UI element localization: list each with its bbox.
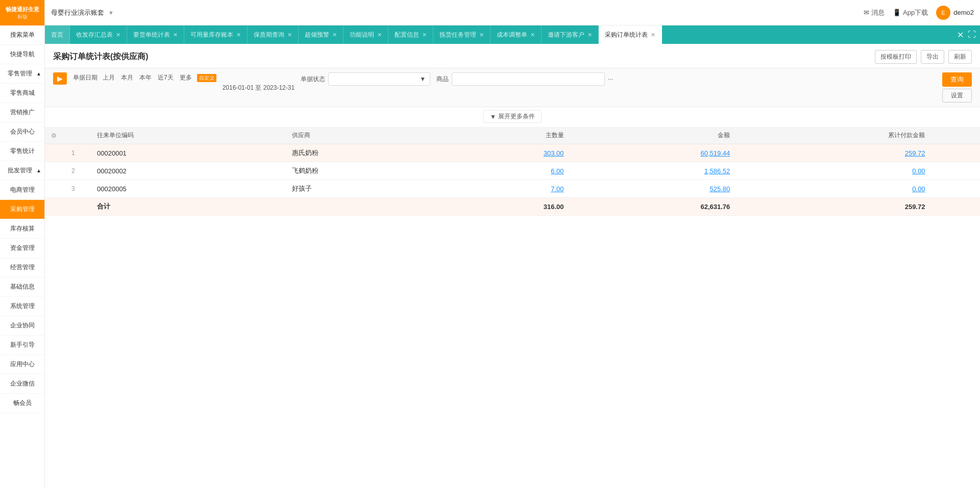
sidebar-item-wechat[interactable]: 企业微信: [0, 374, 44, 394]
tab-purchase-stat[interactable]: 要货单统计表✕: [127, 25, 184, 44]
sidebar-item-retail-store[interactable]: 零售商城: [0, 84, 44, 103]
goods-input[interactable]: [452, 72, 605, 86]
sidebar-item-ecommerce[interactable]: 电商管理: [0, 181, 44, 200]
sidebar-item-guide[interactable]: 新手引导: [0, 336, 44, 355]
sidebar-item-retail-stat[interactable]: 零售统计: [0, 142, 44, 161]
tab-label-available-stock: 可用量库存账本: [190, 31, 233, 39]
table-row[interactable]: 3 00020005 好孩子 7.00 525.80 0.00: [45, 180, 980, 198]
tab-close-pick-task[interactable]: ✕: [479, 32, 484, 38]
sidebar-item-wholesale[interactable]: 批发管理▲: [0, 161, 44, 181]
sidebar-item-marketing[interactable]: 营销推广: [0, 103, 44, 122]
status-select[interactable]: ▼: [328, 72, 430, 86]
query-btn[interactable]: 查询: [942, 72, 972, 87]
sidebar-item-finance[interactable]: 资金管理: [0, 239, 44, 258]
goods-filter-group: 商品 ···: [436, 72, 613, 86]
tab-close-config-info[interactable]: ✕: [422, 32, 427, 38]
tab-over-stock[interactable]: 超储预警✕: [299, 25, 344, 44]
date-this-month[interactable]: 本月: [119, 72, 135, 83]
tab-cost-adjust[interactable]: 成本调整单✕: [491, 25, 542, 44]
footer-paid-amount: 259.72: [736, 198, 931, 216]
data-table: ⚙ 往来单位编码 供应商 主数量 金额 累计付款金额 1 00020001 惠氏…: [45, 127, 980, 216]
sidebar-item-retail[interactable]: 零售管理▲: [0, 64, 44, 84]
sidebar-item-label-ecommerce: 电商管理: [3, 186, 41, 194]
sidebar-item-vip[interactable]: 畅会员: [0, 394, 44, 413]
user-info[interactable]: E demo2: [936, 6, 974, 20]
table-settings-icon[interactable]: ⚙: [51, 132, 57, 139]
row-amount: 525.80: [570, 180, 737, 198]
refresh-btn[interactable]: 刷新: [948, 50, 972, 64]
sidebar-item-label-retail-stat: 零售统计: [3, 147, 41, 156]
date-shortcuts: 上月 本月 本年 近7天 更多: [101, 72, 194, 83]
user-name: demo2: [953, 9, 974, 16]
tab-close-function-desc[interactable]: ✕: [377, 32, 382, 38]
date-more[interactable]: 更多: [178, 72, 194, 83]
spacer: [223, 72, 295, 82]
sidebar-item-app-center[interactable]: 应用中心: [0, 355, 44, 374]
tab-close-invite-customer[interactable]: ✕: [587, 32, 592, 38]
sidebar-item-label-retail: 零售管理: [3, 69, 36, 78]
message-btn[interactable]: ✉ 消息: [864, 8, 885, 17]
sidebar: 畅捷通好生意 标版 搜索菜单快捷导航零售管理▲零售商城营销推广会员中心零售统计批…: [0, 0, 45, 488]
tab-collect-send[interactable]: 收发存汇总表✕: [70, 25, 127, 44]
tab-close-available-stock[interactable]: ✕: [236, 32, 241, 38]
tab-invite-customer[interactable]: 邀请下游客户✕: [542, 25, 599, 44]
tabbar: 首页收发存汇总表✕要货单统计表✕可用量库存账本✕保质期查询✕超储预警✕功能说明✕…: [45, 25, 980, 44]
app-download-btn[interactable]: 📱 App下载: [893, 8, 928, 17]
tab-close-cost-adjust[interactable]: ✕: [530, 32, 535, 38]
row-supplier: 飞鹤奶粉: [286, 162, 440, 180]
action-btns: 查询 设置: [942, 72, 972, 102]
custom-badge: 自定义: [197, 74, 216, 82]
sidebar-item-system[interactable]: 系统管理: [0, 297, 44, 316]
tab-available-stock[interactable]: 可用量库存账本✕: [184, 25, 248, 44]
date-7-days[interactable]: 近7天: [156, 72, 176, 83]
sidebar-item-purchase[interactable]: 采购管理: [0, 200, 44, 219]
date-filter-group: 单据日期 上月 本月 本年 近7天 更多 自定义: [73, 72, 216, 83]
sidebar-item-label-system: 系统管理: [3, 302, 41, 311]
tab-close-shelf-life[interactable]: ✕: [287, 32, 292, 38]
row-unit-code: 00020002: [91, 162, 286, 180]
col-amount: 金额: [570, 127, 737, 144]
tab-pick-task[interactable]: 拣货任务管理✕: [433, 25, 491, 44]
template-print-btn[interactable]: 按模板打印: [875, 50, 917, 64]
filter-toggle-btn[interactable]: ▶: [53, 72, 67, 85]
tab-close-over-stock[interactable]: ✕: [332, 32, 337, 38]
row-paid-amount: 0.00: [736, 180, 931, 198]
date-this-year[interactable]: 本年: [137, 72, 154, 83]
sidebar-item-basic[interactable]: 基础信息: [0, 277, 44, 297]
sidebar-item-member[interactable]: 会员中心: [0, 122, 44, 142]
close-tab-btn[interactable]: ✕: [957, 30, 964, 40]
col-paid-amount: 累计付款金额: [736, 127, 931, 144]
workspace-chevron-icon[interactable]: ▼: [108, 10, 114, 16]
tab-label-config-info: 配置信息: [395, 31, 419, 39]
tab-close-purchase-stat[interactable]: ✕: [173, 32, 178, 38]
maximize-tab-btn[interactable]: ⛶: [968, 30, 976, 39]
sidebar-item-corp[interactable]: 企业协同: [0, 316, 44, 336]
tab-home[interactable]: 首页: [45, 25, 70, 44]
table-row[interactable]: 1 00020001 惠氏奶粉 303.00 60,519.44 259.72: [45, 144, 980, 162]
tab-config-info[interactable]: 配置信息✕: [388, 25, 433, 44]
tab-shelf-life[interactable]: 保质期查询✕: [248, 25, 299, 44]
tab-function-desc[interactable]: 功能说明✕: [344, 25, 388, 44]
sidebar-item-operation[interactable]: 经营管理: [0, 258, 44, 277]
date-last-month[interactable]: 上月: [101, 72, 117, 83]
tab-label-purchase-stat: 要货单统计表: [133, 31, 170, 39]
sidebar-item-quick[interactable]: 快捷导航: [0, 45, 44, 64]
expand-conditions-btn[interactable]: ▼ 展开更多条件: [483, 110, 542, 123]
goods-more-btn[interactable]: ···: [608, 75, 613, 83]
export-btn[interactable]: 导出: [921, 50, 944, 64]
status-filter-group: 单据状态 ▼: [301, 72, 430, 86]
table-row[interactable]: 2 00020002 飞鹤奶粉 6.00 1,586.52 0.00: [45, 162, 980, 180]
row-paid-amount: 0.00: [736, 162, 931, 180]
sidebar-item-search[interactable]: 搜索菜单: [0, 25, 44, 45]
tab-close-purchase-order-stat[interactable]: ✕: [651, 32, 655, 38]
col-quantity: 主数量: [440, 127, 570, 144]
settings-btn[interactable]: 设置: [942, 89, 972, 102]
app-download-label: App下载: [903, 8, 928, 17]
tab-purchase-order-stat[interactable]: 采购订单统计表✕: [599, 25, 662, 44]
tab-close-collect-send[interactable]: ✕: [116, 32, 120, 38]
sidebar-item-label-search: 搜索菜单: [3, 31, 41, 39]
row-index: 1: [65, 144, 91, 162]
page-header: 采购订单统计表(按供应商) 按模板打印 导出 刷新: [45, 44, 980, 68]
sidebar-item-inventory[interactable]: 库存核算: [0, 219, 44, 239]
sidebar-item-label-app-center: 应用中心: [3, 360, 41, 369]
